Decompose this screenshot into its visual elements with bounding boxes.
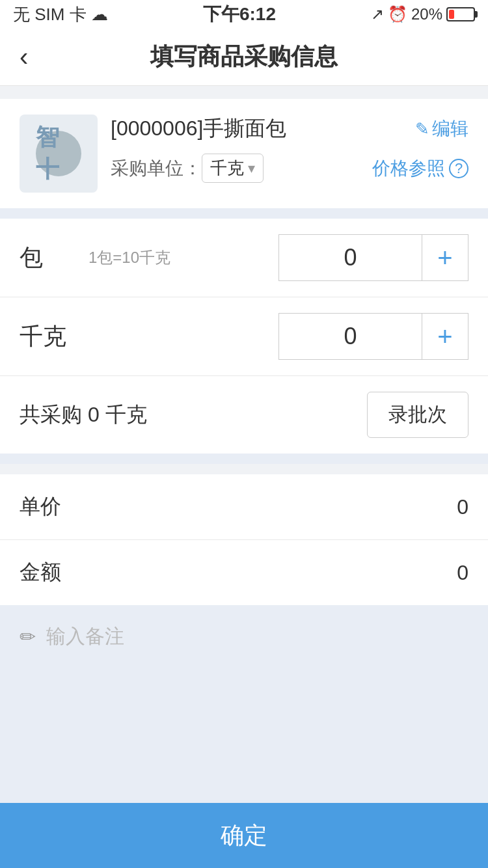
location-icon: ↗ bbox=[371, 5, 384, 23]
owl-icon: 智十 bbox=[36, 122, 81, 185]
kg-quantity-row: 千克 + bbox=[0, 297, 488, 376]
bag-plus-button[interactable]: + bbox=[422, 234, 468, 281]
edit-icon: ✎ bbox=[415, 119, 429, 139]
status-right: ↗ ⏰ 20% bbox=[371, 5, 475, 23]
sim-status: 无 SIM 卡 ☁ bbox=[13, 3, 108, 26]
product-name: [0000006]手撕面包 bbox=[111, 115, 286, 143]
total-text: 共采购 0 千克 bbox=[20, 401, 147, 429]
section-separator bbox=[0, 208, 488, 219]
bag-input[interactable] bbox=[278, 234, 422, 281]
battery-icon bbox=[446, 7, 475, 21]
amount-value: 0 bbox=[457, 561, 468, 585]
price-section: 单价 0 金额 0 bbox=[0, 474, 488, 605]
bag-quantity-row: 包 1包=10千克 + bbox=[0, 219, 488, 297]
bag-controls: + bbox=[278, 234, 468, 281]
alarm-icon: ⏰ bbox=[388, 5, 407, 23]
remark-section[interactable]: ✏ 输入备注 bbox=[0, 605, 488, 668]
unit-left: 采购单位： 千克 ▾ bbox=[111, 154, 264, 183]
product-info: [0000006]手撕面包 ✎ 编辑 采购单位： 千克 ▾ 价格参照 ? bbox=[111, 115, 468, 183]
product-image: 智十 bbox=[20, 115, 98, 193]
edit-label: 编辑 bbox=[432, 116, 468, 141]
product-logo: 智十 bbox=[36, 131, 81, 176]
amount-row: 金额 0 bbox=[0, 540, 488, 605]
status-bar: 无 SIM 卡 ☁ 下午6:12 ↗ ⏰ 20% bbox=[0, 0, 488, 29]
help-icon: ? bbox=[449, 159, 468, 178]
unit-label: 采购单位： bbox=[111, 156, 202, 181]
status-time: 下午6:12 bbox=[203, 2, 276, 27]
price-ref-button[interactable]: 价格参照 ? bbox=[372, 156, 468, 181]
unit-price-label: 单价 bbox=[20, 493, 61, 521]
quantity-section: 包 1包=10千克 + 千克 + bbox=[0, 219, 488, 376]
status-left: 无 SIM 卡 ☁ bbox=[13, 3, 108, 26]
edit-button[interactable]: ✎ 编辑 bbox=[415, 116, 468, 141]
section-separator-2 bbox=[0, 454, 488, 464]
product-card: 智十 [0000006]手撕面包 ✎ 编辑 采购单位： 千克 ▾ 价格参照 ? bbox=[0, 99, 488, 208]
product-header: [0000006]手撕面包 ✎ 编辑 bbox=[111, 115, 468, 143]
pencil-icon: ✏ bbox=[20, 625, 36, 648]
kg-plus-button[interactable]: + bbox=[422, 313, 468, 360]
kg-input[interactable] bbox=[278, 313, 422, 360]
battery-percent: 20% bbox=[411, 5, 442, 23]
nav-bar: ‹ 填写商品采购信息 bbox=[0, 29, 488, 86]
kg-controls: + bbox=[278, 313, 468, 360]
kg-label: 千克 bbox=[20, 321, 85, 353]
bag-sublabel: 1包=10千克 bbox=[88, 247, 170, 268]
unit-price-value: 0 bbox=[457, 495, 468, 519]
confirm-button[interactable]: 确定 bbox=[0, 803, 488, 868]
total-row: 共采购 0 千克 录批次 bbox=[0, 376, 488, 454]
product-unit-row: 采购单位： 千克 ▾ 价格参照 ? bbox=[111, 154, 468, 183]
amount-label: 金额 bbox=[20, 558, 61, 587]
page-title: 填写商品采购信息 bbox=[150, 41, 338, 73]
price-ref-label: 价格参照 bbox=[372, 156, 445, 181]
unit-arrow: ▾ bbox=[248, 160, 255, 177]
back-button[interactable]: ‹ bbox=[20, 42, 28, 72]
bag-label: 包 bbox=[20, 242, 85, 274]
remark-placeholder: 输入备注 bbox=[46, 623, 124, 650]
record-batch-button[interactable]: 录批次 bbox=[367, 392, 468, 438]
unit-value: 千克 bbox=[210, 157, 244, 180]
unit-select[interactable]: 千克 ▾ bbox=[202, 154, 264, 183]
unit-price-row: 单价 0 bbox=[0, 474, 488, 540]
